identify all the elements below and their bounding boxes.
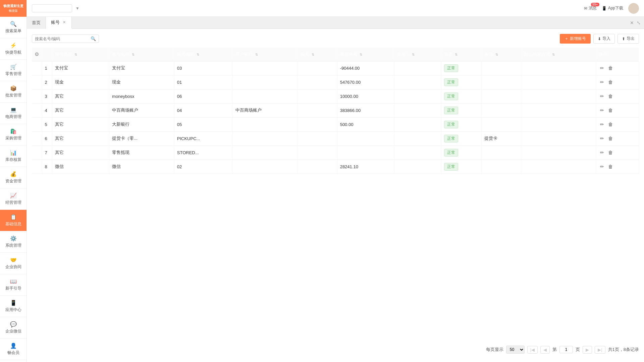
sidebar-item-label: 快捷导航: [2, 50, 25, 55]
sidebar-item-member[interactable]: 👤 畅会员: [0, 339, 26, 360]
delete-button[interactable]: 🗑: [607, 163, 614, 170]
sidebar-item-ops[interactable]: 📈 经营管理: [0, 188, 26, 210]
col-opening-bank[interactable]: 开户银行 ⇅: [233, 48, 298, 61]
search-icon[interactable]: 🔍: [91, 36, 96, 41]
col-account-code[interactable]: 账号编码 ⇅: [174, 48, 233, 61]
row-opening-bank: [233, 117, 298, 131]
col-account-no[interactable]: 账号 ⇅: [298, 48, 337, 61]
sidebar-item-beginner[interactable]: 📖 新手引导: [0, 274, 26, 296]
sidebar-item-finance[interactable]: 💰 资金管理: [0, 167, 26, 188]
sidebar-item-quick-nav[interactable]: ⚡ 快捷导航: [0, 38, 26, 60]
sidebar-item-purchase[interactable]: 🛍️ 采购管理: [0, 124, 26, 145]
delete-button[interactable]: 🗑: [607, 107, 614, 114]
sidebar-item-company-agreement[interactable]: 🤝 企业协同: [0, 253, 26, 274]
app-center-icon: 📱: [2, 300, 25, 306]
finance-icon: 💰: [2, 171, 25, 177]
inventory-icon: 📊: [2, 149, 25, 156]
edit-button[interactable]: ✏: [599, 107, 605, 114]
page-number-input[interactable]: [559, 346, 573, 353]
search-input[interactable]: [35, 37, 91, 41]
edit-button[interactable]: ✏: [599, 79, 605, 85]
add-button-label: 新增账号: [570, 36, 586, 42]
last-page-button[interactable]: ▶|: [595, 346, 605, 354]
delete-button[interactable]: 🗑: [607, 79, 614, 85]
col-default-settlement[interactable]: 默认结算方式 ⇅: [521, 48, 596, 61]
row-action: ✏ 🗑: [596, 89, 639, 103]
window-close-icon[interactable]: ✕: [630, 20, 634, 25]
row-account-no: [298, 103, 337, 117]
edit-button[interactable]: ✏: [599, 163, 605, 170]
add-account-button[interactable]: ＋ 新增账号: [560, 34, 591, 44]
sidebar-item-label: 经营管理: [2, 200, 25, 205]
status-badge: 正常: [444, 64, 458, 72]
sidebar-item-app-center[interactable]: 📱 应用中心: [0, 296, 26, 317]
col-settings[interactable]: ⚙: [32, 48, 42, 61]
export-button[interactable]: ⬆ 导出: [618, 34, 639, 44]
sidebar-item-corp-wechat[interactable]: 💬 企业微信: [0, 317, 26, 339]
row-action: ✏ 🗑: [596, 61, 639, 75]
first-page-button[interactable]: |◀: [527, 346, 538, 354]
sidebar-item-inventory[interactable]: 📊 库存核算: [0, 145, 26, 167]
window-maximize-icon[interactable]: ⤡: [637, 20, 641, 25]
tab-controls: ✕ ⤡: [627, 17, 644, 29]
dropdown-arrow-icon[interactable]: ▼: [75, 6, 79, 11]
next-page-button[interactable]: ▶: [583, 346, 592, 354]
sort-balance-icon: ⇅: [360, 53, 362, 56]
row-latest-balance: [337, 145, 394, 160]
sidebar-item-basic-info[interactable]: 📋 基础信息: [0, 210, 26, 231]
row-default-settlement: [521, 160, 596, 174]
status-badge: 正常: [444, 163, 458, 171]
edit-button[interactable]: ✏: [599, 135, 605, 142]
sidebar-item-wholesale[interactable]: 📦 批发管理: [0, 81, 26, 103]
page-of-label: 页: [576, 347, 580, 353]
tab-account-label: 账号: [51, 19, 60, 25]
col-status[interactable]: 状态 ⇅: [441, 48, 481, 61]
delete-button[interactable]: 🗑: [607, 121, 614, 128]
sidebar-item-search-menu[interactable]: 🔍 搜索菜单: [0, 17, 26, 38]
page-size-select[interactable]: 50 20 100: [506, 346, 525, 354]
search-box[interactable]: 🔍: [32, 35, 99, 43]
import-button[interactable]: ⬇ 导入: [593, 34, 615, 44]
row-status: 正常: [441, 61, 481, 75]
user-avatar[interactable]: [628, 3, 639, 14]
top-search-input[interactable]: [32, 4, 72, 12]
row-settings: [32, 75, 42, 89]
prev-page-button[interactable]: ◀: [540, 346, 550, 354]
col-account-type[interactable]: 账号类型 ⇅: [52, 48, 109, 61]
edit-button[interactable]: ✏: [599, 149, 605, 156]
row-account-no: [298, 61, 337, 75]
col-account-name[interactable]: 账号名称 ⇅: [109, 48, 174, 61]
edit-button[interactable]: ✏: [599, 65, 605, 71]
sidebar-item-ecommerce[interactable]: 💻 电商管理: [0, 103, 26, 124]
row-status: 正常: [441, 131, 481, 145]
message-badge: 99+: [591, 3, 599, 6]
message-button[interactable]: ✉ 消息 99+: [584, 5, 597, 11]
app-icon: 📱: [602, 6, 607, 11]
tab-account[interactable]: 账号 ✕: [46, 17, 72, 29]
top-header: ▼ ✉ 消息 99+ 📱 App下载: [27, 0, 644, 17]
tab-close-icon[interactable]: ✕: [62, 20, 66, 25]
row-opening-bank: 中百商场账户: [233, 103, 298, 117]
sidebar-item-system[interactable]: ⚙️ 系统管理: [0, 231, 26, 253]
tab-home[interactable]: 首页: [27, 17, 46, 29]
delete-button[interactable]: 🗑: [607, 149, 614, 156]
col-latest-balance[interactable]: 最新余额 ⇅: [337, 48, 394, 61]
delete-button[interactable]: 🗑: [607, 65, 614, 71]
row-remark: [482, 89, 521, 103]
delete-button[interactable]: 🗑: [607, 135, 614, 142]
edit-button[interactable]: ✏: [599, 93, 605, 100]
edit-button[interactable]: ✏: [599, 121, 605, 128]
export-icon: ⬆: [622, 37, 625, 41]
row-latest-balance: 500.00: [337, 117, 394, 131]
row-settings: [32, 103, 42, 117]
col-usage[interactable]: 使用... ⇅: [394, 48, 441, 61]
app-download-button[interactable]: 📱 App下载: [602, 5, 623, 11]
delete-button[interactable]: 🗑: [607, 93, 614, 100]
row-latest-balance: 547670.00: [337, 75, 394, 89]
row-usage: [394, 61, 441, 75]
company-agreement-icon: 🤝: [2, 257, 25, 263]
sidebar-item-retail[interactable]: 🛒 零售管理: [0, 60, 26, 81]
member-icon: 👤: [2, 343, 25, 349]
settings-icon[interactable]: ⚙: [35, 51, 39, 57]
col-remark[interactable]: 备注 ⇅: [482, 48, 521, 61]
